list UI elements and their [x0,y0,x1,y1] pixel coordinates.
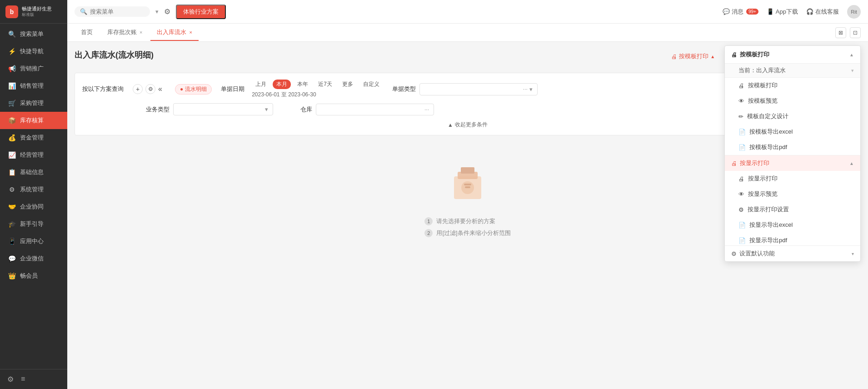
display-export-pdf-item[interactable]: 📄 按显示导出pdf [725,233,860,245]
sidebar-item-cooperation[interactable]: 🤝 企业协同 [0,198,67,215]
sidebar-item-label: 库存核算 [20,116,44,125]
type-select-dots[interactable]: ··· [523,86,528,92]
print-template-button[interactable]: 🖨 按模板打印 ▲ [668,50,718,62]
display-print-settings-item[interactable]: ⚙ 按显示打印设置 [725,202,860,217]
template-export-pdf-label: 按模板导出pdf [749,143,787,151]
template-export-excel-item[interactable]: 📄 按模板导出excel [725,124,860,140]
sidebar-nav: 🔍 搜索菜单 ⚡ 快捷导航 📢 营销推广 📊 销售管理 🛒 采购管理 📦 库存核… [0,24,67,369]
app-download-label: App下载 [776,8,798,16]
sidebar-footer: ⚙ ≡ [0,369,67,389]
template-custom-item[interactable]: ✏ 模板自定义设计 [725,109,860,124]
business-type-select[interactable]: ▾ [173,103,273,115]
filter-add-button[interactable]: + [133,84,143,94]
tab-flow[interactable]: 出入库流水 × [150,25,198,41]
date-tab-last-7-days[interactable]: 近7天 [314,80,336,89]
type-label: 单据类型 [392,85,416,93]
display-export-excel-label: 按显示导出excel [749,221,793,229]
sales-icon: 📊 [7,82,16,90]
excel-icon: 📄 [738,129,746,135]
sidebar-item-search[interactable]: 🔍 搜索菜单 [0,25,67,43]
warehouse-more[interactable]: ··· [424,106,429,113]
date-tab-this-month[interactable]: 本月 [273,80,291,89]
template-export-pdf-item[interactable]: 📄 按模板导出pdf [725,140,860,155]
empty-illustration [445,163,490,208]
search-box[interactable]: 🔍 [75,6,150,17]
search-input[interactable] [90,8,145,15]
hint-text-2: 用[过滤]条件来缩小分析范围 [436,229,510,237]
display-export-pdf-label: 按显示导出pdf [749,236,787,244]
display-export-excel-item[interactable]: 📄 按显示导出excel [725,217,860,233]
template-preview-item[interactable]: 👁 按模板预览 [725,93,860,109]
collapse-button[interactable]: ▲ 收起更多条件 [448,121,488,129]
app-download-button[interactable]: 📱 App下载 [767,8,798,16]
sidebar-item-system[interactable]: ⚙ 系统管理 [0,181,67,198]
date-tabs: 上月 本月 本年 近7天 更多 自定义 [252,80,383,89]
dropdown-chevron-up[interactable]: ▲ [849,52,854,57]
dropdown-footer[interactable]: ⚙ 设置默认功能 ▾ [725,245,860,261]
online-service-button[interactable]: 🎧 在线客服 [806,8,839,16]
sidebar-item-guide[interactable]: 🎓 新手引导 [0,215,67,233]
tab-batch[interactable]: 库存批次账 × [101,25,149,41]
collapse-sidebar-icon[interactable]: ≡ [21,375,25,384]
sidebar-item-label: 应用中心 [20,237,44,245]
filter-settings-button[interactable]: ⚙ [145,84,155,94]
user-name: Rit [851,9,857,15]
member-icon: 👑 [7,272,16,279]
display-section-header[interactable]: 🖨 按显示打印 ▲ [725,155,860,171]
date-tab-custom[interactable]: 自定义 [359,80,383,89]
maximize-button[interactable]: ⊡ [850,27,861,38]
sidebar-item-apps[interactable]: 📱 应用中心 [0,233,67,250]
filter-collapse-button[interactable]: « [158,85,162,93]
sidebar-item-label: 采购管理 [20,99,44,107]
hint-2: 2 用[过滤]条件来缩小分析范围 [424,229,510,237]
date-tab-last-month[interactable]: 上月 [252,80,270,89]
sidebar-item-member[interactable]: 👑 畅会员 [0,267,67,284]
message-button[interactable]: 💬 消息 99+ [723,8,758,16]
warehouse-select[interactable]: ··· [316,104,434,115]
search-dropdown-icon[interactable]: ▾ [155,8,159,15]
sidebar-item-shortcuts[interactable]: ⚡ 快捷导航 [0,43,67,60]
sidebar-item-wechat[interactable]: 💬 企业微信 [0,250,67,267]
custom-icon: ✏ [738,113,743,120]
sidebar-item-purchase[interactable]: 🛒 采购管理 [0,95,67,112]
sidebar-item-operations[interactable]: 📈 经营管理 [0,146,67,164]
message-icon: 💬 [723,8,730,15]
sidebar-item-marketing[interactable]: 📢 营销推广 [0,60,67,77]
sidebar-item-basic[interactable]: 📋 基础信息 [0,164,67,181]
sidebar-item-finance[interactable]: 💰 资金管理 [0,129,67,146]
sidebar-item-inventory[interactable]: 📦 库存核算 [0,112,67,129]
shortcuts-icon: ⚡ [7,48,16,55]
date-tab-more[interactable]: 更多 [339,80,357,89]
sidebar-item-label: 营销推广 [20,65,44,73]
dropdown-title-label: 按模板打印 [740,50,769,59]
settings-gear-icon[interactable]: ⚙ [164,7,170,16]
tab-home[interactable]: 首页 [75,25,99,41]
promo-button[interactable]: 体验行业方案 [176,5,226,19]
filter-tag[interactable]: ● 流水明细 [175,84,212,95]
date-tab-this-year[interactable]: 本年 [294,80,312,89]
dropdown-current-row[interactable]: 当前：出入库流水 ▾ [725,64,860,77]
display-preview-item[interactable]: 👁 按显示预览 [725,186,860,202]
sidebar-item-sales[interactable]: 📊 销售管理 [0,77,67,95]
sidebar-item-label: 系统管理 [20,185,44,194]
filter-tag-label: 流水明细 [185,85,207,93]
search-icon: 🔍 [7,30,16,38]
logo-icon: b [5,5,18,18]
message-badge: 99+ [746,9,758,15]
close-all-tabs-button[interactable]: ⊠ [835,27,846,38]
date-label: 单据日期 [221,85,244,93]
type-select[interactable]: ··· ▾ [419,83,538,95]
display-print-item[interactable]: 🖨 按显示打印 [725,171,860,186]
warehouse-label: 仓库 [300,105,312,114]
tab-flow-close[interactable]: × [189,30,192,35]
display-pdf-icon: 📄 [738,237,746,244]
tab-batch-close[interactable]: × [140,30,142,35]
sidebar: b 畅捷通好生意 标准版 🔍 搜索菜单 ⚡ 快捷导航 📢 营销推广 📊 销售管理… [0,0,67,389]
display-print-icon: 🖨 [731,160,737,167]
template-print-item[interactable]: 🖨 按模板打印 [725,78,860,93]
settings-icon[interactable]: ⚙ [7,375,14,384]
dropdown-scroll: 当前：出入库流水 ▾ 🖨 按模板打印 👁 按模板预览 ✏ 模板自定义设计 [725,64,860,245]
user-avatar[interactable]: Rit [847,5,861,19]
hint-text-1: 请先选择要分析的方案 [436,217,495,225]
page-content: 出入库流水(流水明细) 🖨 按模板打印 ▲ ··· ⬆ 导出 ↻ 刷新 [67,42,868,389]
